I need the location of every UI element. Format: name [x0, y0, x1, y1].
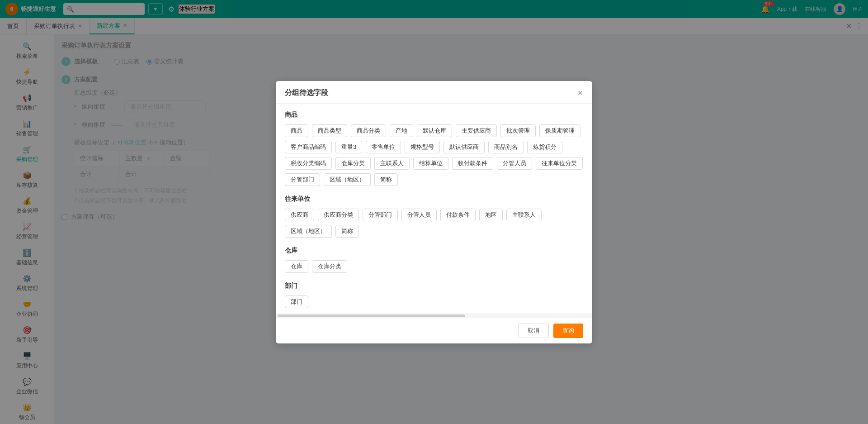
modal-close-btn[interactable]: ✕ [577, 89, 583, 97]
field-tag[interactable]: 商品别名 [488, 141, 524, 153]
modal-cancel-btn[interactable]: 取消 [518, 324, 549, 338]
field-tag[interactable]: 商品分类 [351, 124, 386, 137]
field-tag[interactable]: 主要供应商 [456, 124, 497, 137]
field-section-product: 商品 商品 商品类型 商品分类 产地 默认仓库 主要供应商 批次管理 保质期管理… [285, 111, 583, 186]
field-tags-partner: 供应商 供应商分类 分管部门 分管人员 付款条件 地区 主联系人 区域（地区） … [285, 209, 583, 238]
field-tag[interactable]: 仓库分类 [312, 260, 347, 273]
field-tag[interactable]: 往来单位分类 [536, 157, 583, 170]
field-section-dept: 部门 部门 [285, 282, 583, 308]
modal-footer: 取消 查询 [276, 318, 592, 343]
field-tag[interactable]: 税收分类编码 [285, 157, 332, 170]
field-tag[interactable]: 收付款条件 [452, 157, 493, 170]
field-tag[interactable]: 仓库分类 [335, 157, 371, 170]
field-tag[interactable]: 分管人员 [497, 157, 532, 170]
field-tag[interactable]: 供应商 [285, 209, 314, 221]
field-tag[interactable]: 简称 [374, 173, 398, 186]
field-tag[interactable]: 保质期管理 [539, 124, 580, 137]
field-tag[interactable]: 付款条件 [440, 209, 476, 221]
field-section-warehouse: 仓库 仓库 仓库分类 [285, 247, 583, 273]
modal-confirm-btn[interactable]: 查询 [553, 324, 583, 338]
field-section-title-product: 商品 [285, 111, 583, 119]
field-tag[interactable]: 默认仓库 [417, 124, 452, 137]
modal-header: 分组待选字段 ✕ [276, 81, 592, 104]
field-tag[interactable]: 分管人员 [401, 209, 437, 221]
modal-title: 分组待选字段 [285, 88, 328, 98]
modal-hscroll-bar [278, 314, 465, 317]
field-tag[interactable]: 商品类型 [312, 124, 347, 137]
field-tag[interactable]: 简称 [335, 225, 359, 238]
modal-body[interactable]: 商品 商品 商品类型 商品分类 产地 默认仓库 主要供应商 批次管理 保质期管理… [276, 104, 592, 314]
modal-overlay: 分组待选字段 ✕ 商品 商品 商品类型 商品分类 产地 默认仓库 主要供应商 批… [0, 0, 868, 424]
field-tag[interactable]: 商品 [285, 124, 308, 137]
field-tag[interactable]: 部门 [285, 295, 308, 308]
field-section-partner: 往来单位 供应商 供应商分类 分管部门 分管人员 付款条件 地区 主联系人 区域… [285, 195, 583, 238]
field-tags-dept: 部门 [285, 295, 583, 308]
field-tag[interactable]: 客户商品编码 [285, 141, 332, 153]
field-tag[interactable]: 零售单位 [366, 141, 401, 153]
field-tag[interactable]: 批次管理 [500, 124, 536, 137]
field-tag[interactable]: 炼货积分 [527, 141, 562, 153]
field-tag[interactable]: 主联系人 [506, 209, 542, 221]
field-tag[interactable]: 供应商分类 [318, 209, 359, 221]
field-tag[interactable]: 分管部门 [285, 173, 320, 186]
field-section-title-warehouse: 仓库 [285, 247, 583, 255]
field-tag[interactable]: 区域（地区） [324, 173, 371, 186]
field-tag[interactable]: 默认供应商 [443, 141, 485, 153]
field-tag[interactable]: 重量3 [335, 141, 362, 153]
field-tag[interactable]: 结算单位 [413, 157, 448, 170]
field-tag[interactable]: 区域（地区） [285, 225, 332, 238]
field-tag[interactable]: 产地 [390, 124, 413, 137]
modal-hscroll[interactable] [276, 314, 592, 317]
field-section-title-dept: 部门 [285, 282, 583, 290]
field-tag[interactable]: 主联系人 [374, 157, 410, 170]
field-tag[interactable]: 规格型号 [405, 141, 440, 153]
field-tags-warehouse: 仓库 仓库分类 [285, 260, 583, 273]
modal: 分组待选字段 ✕ 商品 商品 商品类型 商品分类 产地 默认仓库 主要供应商 批… [276, 81, 592, 343]
field-tag[interactable]: 仓库 [285, 260, 308, 273]
field-tag[interactable]: 分管部门 [363, 209, 398, 221]
field-tag[interactable]: 地区 [479, 209, 503, 221]
field-tags-product: 商品 商品类型 商品分类 产地 默认仓库 主要供应商 批次管理 保质期管理 客户… [285, 124, 583, 186]
field-section-title-partner: 往来单位 [285, 195, 583, 203]
